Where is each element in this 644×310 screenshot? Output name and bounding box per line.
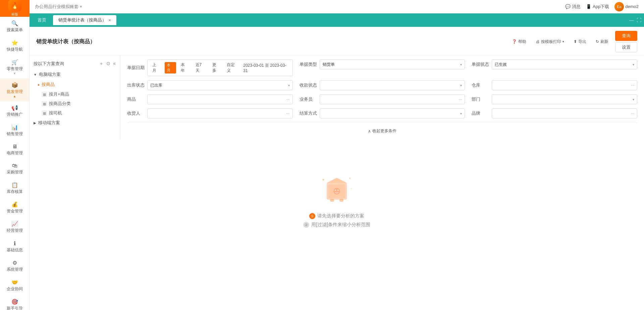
sidebar-item-inventory[interactable]: 📋 库存核算 [0,178,29,198]
scheme-item-by-month-goods[interactable]: ▦ 按月+商品 [30,90,120,99]
sidebar-item-wholesale[interactable]: 📦 批发管理 ▲ [0,79,29,101]
svg-text:✦: ✦ [322,177,325,182]
sidebar-item-retail-label: 零售管理 [7,66,23,72]
salesperson-control[interactable]: ··· [320,94,465,104]
filter-department: 部门 ▾ [472,94,637,104]
query-button[interactable]: 查询 [615,31,637,41]
help-btn[interactable]: ❓ 帮助 [509,38,529,46]
tab-report[interactable]: 销货单统计表（按商品） ✕ [53,15,116,25]
filter-warehouse: 仓库 ··· [472,80,637,90]
refresh-btn[interactable]: ↻ 刷新 [593,38,611,46]
department-control[interactable]: ▾ [492,94,637,104]
receiver-control[interactable]: ··· [147,108,293,118]
collapse-btn[interactable]: ∧ 收起更多条件 [127,127,637,135]
goods-dots-icon[interactable]: ··· [286,97,290,102]
doc-type-arrow-icon: ▾ [460,63,462,66]
hint-text-1: 请先选择要分析的方案 [317,213,364,219]
sidebar-item-search-label: 搜索菜单 [7,27,23,33]
sidebar-item-quick-nav[interactable]: ⭐ 快捷导航 [0,36,29,56]
date-range-control[interactable]: 上月 本月 本年 近7天 更多 自定义 2023-03-01 至 2023-03… [147,59,293,76]
scheme-category-mobile-label: 移动端方案 [38,120,60,126]
print-icon: 🖨 [536,39,540,44]
scheme-item-by-goods[interactable]: ● 按商品 [30,80,120,90]
sidebar-item-sales-label: 销售管理 [7,131,23,137]
message-btn[interactable]: 💬 消息 [565,4,581,10]
sidebar-item-cooperation[interactable]: 🤝 企业协同 [0,276,29,295]
tab-minimize-icon[interactable]: — [629,17,634,23]
app-download-btn[interactable]: 📱 App下载 [586,4,609,10]
receiver-dots-icon[interactable]: ··· [286,111,290,116]
print-btn[interactable]: 🖨 按模板打印 ▾ [533,38,567,46]
sidebar-item-marketing-label: 营销推广 [7,112,23,117]
scheme-header: 按以下方案查询 ＋ ⊙ « [30,59,120,69]
svg-rect-7 [339,199,343,202]
star-icon: ⭐ [11,40,18,46]
doc-type-control[interactable]: 销货单 ▾ [320,59,465,69]
goods-control[interactable]: ··· [147,94,293,104]
sidebar-item-operations[interactable]: 📈 经营管理 [0,217,29,237]
date-last-month[interactable]: 上月 [150,61,162,74]
doc-status-label: 单据状态 [472,61,492,67]
tab-home[interactable]: 首页 [32,15,52,25]
scheme-header-icons: ＋ ⊙ « [99,61,116,67]
warehouse-status-control[interactable]: 已出库 ▾ [147,80,293,90]
date-7days[interactable]: 近7天 [194,61,208,74]
scheme-add-icon[interactable]: ＋ [99,61,104,67]
wholesale-icon: 📦 [11,82,18,88]
user-profile-btn[interactable]: Ea demo2 [614,2,639,11]
hint-num-2: ② [303,222,309,228]
tab-maximize-icon[interactable]: ⛶ [637,17,641,23]
tab-report-label: 销货单统计表（按商品） [58,17,106,23]
date-more[interactable]: 更多 [210,61,222,74]
date-this-year[interactable]: 本年 [179,61,191,74]
sidebar-item-sales[interactable]: 📊 销售管理 [0,121,29,140]
receiver-label: 收货人 [127,110,147,116]
doc-status-control[interactable]: 已生效 ▾ [492,59,637,69]
topbar-dropdown-icon[interactable]: ▾ [80,4,82,9]
logo[interactable]: 🔥 标版 [0,0,30,17]
scheme-category-desktop[interactable]: ▼ 电脑端方案 [30,69,120,80]
payment-status-control[interactable]: ▾ [320,80,465,90]
department-label: 部门 [472,96,492,102]
export-label: 导出 [578,39,586,45]
brand-dots-icon[interactable]: ··· [631,111,634,116]
settings-button[interactable]: 设置 [615,42,637,52]
sidebar-item-search[interactable]: 🔍 搜索菜单 [0,17,29,36]
export-btn[interactable]: ⬆ 导出 [571,38,589,46]
tab-close-icon[interactable]: ✕ [108,18,111,22]
scheme-category-mobile[interactable]: ▶ 移动端方案 [30,118,120,128]
salesperson-dots-icon[interactable]: ··· [459,97,462,102]
export-icon: ⬆ [574,39,577,44]
sidebar-item-system[interactable]: ⚙ 系统管理 [0,256,29,276]
scheme-item-by-driver[interactable]: ▦ 按司机 [30,108,120,118]
ecommerce-icon: 🖥 [12,144,17,150]
date-this-month-tag[interactable]: 本月 [165,62,176,73]
scheme-settings-icon[interactable]: ⊙ [106,61,110,67]
warehouse-control[interactable]: ··· [492,80,637,90]
scheme-item-by-driver-label: 按司机 [49,110,62,116]
sidebar-item-marketing[interactable]: 📢 营销推广 [0,101,29,121]
doc-status-arrow-icon: ▾ [633,63,634,66]
brand-control[interactable]: ··· [492,108,637,118]
sidebar-item-guide[interactable]: 🎯 新手引导 [0,295,29,310]
sidebar-item-ecommerce[interactable]: 🖥 电商管理 [0,140,29,159]
basic-info-icon: ℹ [14,240,16,247]
help-icon: ❓ [512,39,517,44]
scheme-panel: 按以下方案查询 ＋ ⊙ « ▼ 电脑端方案 ● 按商品 ▦ [30,55,120,139]
scheme-item-by-category[interactable]: ▦ 按商品分类 [30,99,120,108]
sidebar-item-finance[interactable]: 💰 资金管理 [0,198,29,217]
sidebar-item-basic-info[interactable]: ℹ 基础信息 [0,237,29,256]
sidebar-item-cooperation-label: 企业协同 [7,286,23,292]
payment-method-control[interactable]: ▾ [320,108,465,118]
scheme-collapse-icon[interactable]: « [113,61,116,67]
tabbar: 首页 销货单统计表（按商品） ✕ — ⛶ [30,13,644,27]
sidebar-item-purchase[interactable]: 🛍 采购管理 [0,159,29,178]
page-title: 销货单统计表（按商品） [36,38,95,45]
filter-row-2: 出库状态 已出库 ▾ 收款状态 ▾ 仓库 [127,80,637,90]
warehouse-dots-icon[interactable]: ··· [631,83,634,88]
content-area: 销货单统计表（按商品） ❓ 帮助 🖨 按模板打印 ▾ ⬆ 导出 ↻ 刷新 [30,27,644,310]
date-custom[interactable]: 自定义 [225,61,240,74]
sidebar-item-retail[interactable]: 🛒 零售管理 ▼ [0,56,29,79]
filter-doc-type: 单据类型 销货单 ▾ [300,59,465,69]
grid-icon-1: ▦ [42,92,47,97]
